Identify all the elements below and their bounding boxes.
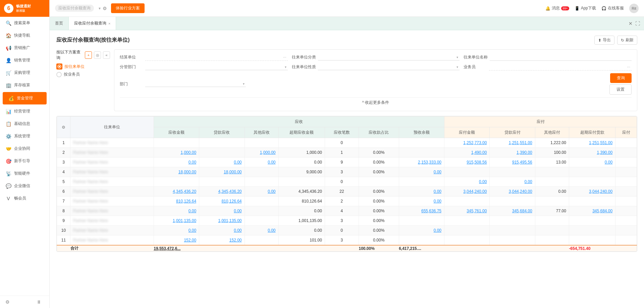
antenna-icon: 📡 [5,171,11,176]
page-container: 应收应付余额查询(按往来单位) ⬆ 导出 ↻ 刷新 按以下方案查询 + ◎ [50,30,644,308]
salesperson-label: 业务员 [464,64,487,70]
collapse-more-button[interactable]: ^ 收起更多条件 [120,97,632,107]
sidebar-item-smart-hw[interactable]: 📡 智能硬件 [0,167,49,180]
tab-home[interactable]: 首页 [50,17,69,30]
settings-icon[interactable]: ⚙ [5,299,10,305]
col-ar-count: 应收笔数 [325,127,359,138]
sidebar-item-sales[interactable]: 👤 销售管理 [0,54,49,67]
list-icon: 📋 [5,121,11,127]
table-row: 9Partner Name Here1,001,135.001,001,135.… [57,216,637,226]
dept-in-charge-select[interactable]: ▾ [145,64,288,70]
settings-button[interactable]: 设置 [609,84,632,95]
col-loan-ar: 贷款应收 [199,127,245,138]
notification-badge: 99+ [561,6,569,10]
scheme-collapse-icon[interactable]: « [103,51,110,59]
partner-category-select[interactable]: ▾ [318,54,460,60]
sidebar-item-marketing[interactable]: 📢 营销推广 [0,42,49,54]
home-tab-label: 首页 [55,20,63,26]
main-content: 应收应付余额查询(按往来单位) ⬆ 导出 ↻ 刷新 按以下方案查询 + ◎ [50,30,644,308]
sidebar-item-label: 系统管理 [14,133,30,139]
gear-icon: ⚙️ [5,134,11,139]
chevron-down-icon4: ▾ [243,82,245,86]
scheme-item-partner[interactable]: 按往来单位 [56,63,110,70]
export-label: 导出 [603,37,611,43]
col-other-ar: 其他应收 [245,127,278,138]
bell-icon: 🔔 [545,6,550,11]
scheme-item-salesperson[interactable]: 按业务员 [56,72,110,77]
page-title-bar: 应收应付余额查询(按往来单位) ⬆ 导出 ↻ 刷新 [56,36,637,45]
col-loan-ap: 贷款应付 [490,127,535,138]
sidebar-bottom: ⚙ ⏸ [0,296,49,308]
app-download-label: App下载 [581,5,596,11]
sidebar-item-label: 搜索菜单 [14,20,30,26]
sidebar-item-quicknav[interactable]: 🏠 快捷导航 [0,29,49,42]
page-actions: ⬆ 导出 ↻ 刷新 [594,36,637,45]
filter-dept-in-charge: 分管部门 ▾ [120,63,288,71]
money-icon: 💰 [8,96,14,101]
sidebar-item-operations[interactable]: 📊 经营管理 [0,105,49,118]
sidebar-item-enterprise[interactable]: 🤝 企业协同 [0,142,49,155]
table-row: 4Partner Name Here18,000.0018,000.009,00… [57,167,637,177]
tab-ar-query[interactable]: 应收应付余额查询 × [69,17,116,30]
sidebar-item-member[interactable]: V 畅会员 [0,192,49,205]
export-button[interactable]: ⬆ 导出 [594,36,614,45]
filter-row-2: 分管部门 ▾ 往来单位性质 ▾ 业务员 [120,63,632,71]
sidebar-item-sys-mgmt[interactable]: ⚙️ 系统管理 [0,130,49,142]
table-row: 1Partner Name Here01,252,773.001,251,551… [57,138,637,148]
salesperson-input[interactable]: ··· [489,63,632,71]
sidebar-item-wechat[interactable]: 💬 企业微信 [0,180,49,192]
col-overdue-ap: 超期应付货款 [569,127,615,138]
table-row: 5Partner Name Here00.000.00 [57,177,637,187]
col-other-ap: 其他应付 [535,127,569,138]
partner-nature-select[interactable]: ▾ [318,64,460,70]
table-row: 11Partner Name Here152.00152.00101.0030.… [57,235,637,246]
partner-name-input[interactable] [490,54,632,61]
table-container: ⚙ 往来单位 应收 应付 应收金额 贷款应收 其他应收 超期应收金额 应收笔数 [56,116,637,252]
col-payable-header: 应付 [444,117,637,127]
target-icon: 🎯 [5,159,11,164]
scheme-settings-icon[interactable]: ◎ [94,51,101,59]
cart-icon: 🛒 [5,70,11,76]
tab-bar-right: ✕ ⛶ [625,17,644,30]
dept-in-charge-label: 分管部门 [120,64,143,70]
home-icon: 🏠 [5,33,11,38]
collapse-icon[interactable]: ⏸ [37,299,41,305]
trial-button[interactable]: 体验行业方案 [111,3,145,13]
filter-partner-category: 往来单位分类 ▾ [292,54,460,61]
building-icon: 🏢 [5,83,11,88]
avatar[interactable]: Rit [629,4,639,13]
expand-icon[interactable]: ⛶ [635,21,640,26]
col-ap-amount: 应付金额 [444,127,490,138]
query-button[interactable]: 查询 [610,73,632,83]
sidebar-item-label: 新手引导 [14,158,30,164]
sidebar-item-search[interactable]: 🔍 搜索菜单 [0,17,49,29]
member-icon: V [5,196,11,201]
sidebar-item-warehouse[interactable]: 🏢 库存核算 [0,79,49,91]
chat-icon: 💬 [5,183,11,189]
close-window-icon[interactable]: ✕ [629,21,633,26]
add-scheme-icon[interactable]: + [85,51,92,59]
logo-sub: 标准版 [16,9,31,13]
logo-icon: 6 [4,4,13,13]
service-item[interactable]: 🎧 在线客服 [601,5,624,11]
table-settings-icon[interactable]: ⚙ [62,125,65,130]
header-gear-icon[interactable]: ⚙ [103,6,107,11]
chevron-down-icon3: ▾ [457,65,458,69]
partner-name-label: 往来单位名称 [464,54,488,60]
department-select[interactable]: ▾ [145,81,246,87]
sidebar-item-guide[interactable]: 🎯 新手引导 [0,155,49,167]
sidebar-item-label: 营销推广 [14,45,30,51]
col-ar-ratio: 应收款占比 [359,127,399,138]
sidebar-item-basic-info[interactable]: 📋 基础信息 [0,118,49,130]
notification-item[interactable]: 🔔 消息 99+ [545,5,569,11]
table-row: 2Partner Name Here1,000.001,000.001,000.… [57,148,637,158]
sidebar-item-purchase[interactable]: 🛒 采购管理 [0,67,49,79]
footer-label: 合计 [70,245,154,252]
sidebar-item-label: 经营管理 [14,108,30,114]
settlement-unit-input[interactable]: ··· [145,54,288,61]
sidebar-item-finance[interactable]: 💰 资金管理 [3,92,47,104]
footer-ar-total[interactable]: 19,553,472,6... [154,245,199,252]
app-download-item[interactable]: 📱 App下载 [575,5,596,11]
tab-close-icon[interactable]: × [108,21,110,26]
refresh-button[interactable]: ↻ 刷新 [617,36,637,45]
